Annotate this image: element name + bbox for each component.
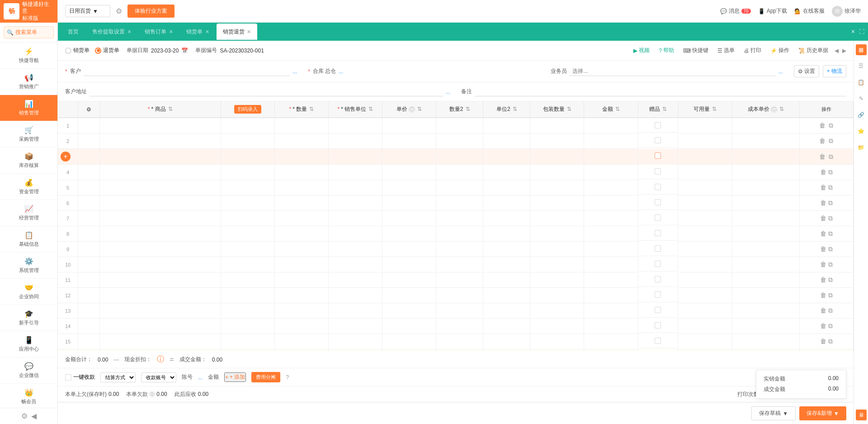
gift-cb-3[interactable] [655,152,661,159]
qty-sort-icon[interactable]: ⇅ [309,106,314,112]
copy-row-5[interactable]: ⧉ [827,183,834,192]
tab-sales-return[interactable]: 销货退货 × [217,24,257,40]
sidebar-item-enterprise[interactable]: 🤝 企业协同 [0,279,57,305]
gift-cb-2[interactable] [655,137,661,143]
tab-close-sales-delivery[interactable]: × [205,28,209,35]
product-input-8[interactable] [103,231,218,237]
topbar-settings-icon[interactable]: ⚙ [116,7,122,15]
th-settings[interactable]: ⚙ [78,101,100,118]
delete-row-14[interactable]: 🗑 [819,321,827,330]
radio-delivery[interactable]: 销货单 [65,47,90,54]
daily-goods-select[interactable]: 日用百货 ▼ [65,5,110,17]
delete-row-15[interactable]: 🗑 [819,337,827,346]
copy-row-9[interactable]: ⧉ [827,244,834,254]
gift-cb-10[interactable] [655,261,661,267]
gift-cb-1[interactable] [655,122,661,129]
gift-cb-5[interactable] [655,184,661,190]
staff-input[interactable] [570,67,775,76]
sidebar-item-operations[interactable]: 📈 经营管理 [0,200,57,226]
delete-row-1[interactable]: 🗑 [818,121,826,130]
product-input-11[interactable] [103,277,218,283]
copy-row-14[interactable]: ⧉ [827,321,834,331]
tab-home[interactable]: 首页 [61,24,85,40]
unit2-sort-icon[interactable]: ⇅ [513,106,517,112]
sidebar-item-quick-nav[interactable]: ⚡ 快捷导航 [0,43,57,69]
tab-close-price-setup[interactable]: × [127,28,131,35]
settings-btn[interactable]: ⚙ 设置 [794,65,819,77]
sidebar-settings-btn[interactable]: ⚙ [21,412,28,420]
product-input-9[interactable] [103,247,218,252]
product-input-13[interactable] [103,308,218,314]
gift-cb-12[interactable] [655,291,661,298]
one-click-payment-cb[interactable]: 一键收款 [65,373,95,381]
pack-sort-icon[interactable]: ⇅ [567,106,571,112]
product-input-12[interactable] [103,293,218,298]
settlement-method-select[interactable]: 结算方式 [100,372,136,382]
copy-row-3[interactable]: ⧉ [828,152,834,162]
close-all-btn[interactable]: ✕ [851,29,855,35]
nav-next-btn[interactable]: ▶ [842,48,846,54]
help-btn[interactable]: ? 帮助 [656,45,677,56]
delete-row-4[interactable]: 🗑 [819,167,827,176]
sidebar-item-enterprise-wechat[interactable]: 💬 企业微信 [0,357,57,384]
copy-row-2[interactable]: ⧉ [828,136,834,146]
address-more-btn[interactable]: ... [446,89,450,95]
address-input[interactable] [90,87,443,96]
copy-row-6[interactable]: ⧉ [827,198,834,208]
staff-more-btn[interactable]: ... [778,68,783,75]
customer-input[interactable] [84,67,290,76]
delete-row-2[interactable]: 🗑 [818,136,826,145]
gift-cb-6[interactable] [655,199,661,205]
add-logistics-btn[interactable]: + 物流 [823,65,846,77]
screen-btn[interactable]: 🖥 [856,410,867,420]
user-info-btn[interactable]: 徐 徐泽华 [832,6,861,17]
product-input-14[interactable] [103,324,218,329]
copy-row-11[interactable]: ⧉ [827,275,834,285]
tab-close-sales-order[interactable]: × [169,28,173,35]
delete-row-7[interactable]: 🗑 [819,214,827,223]
search-menu-btn[interactable]: 🔍 搜索菜单 [4,26,54,38]
sidebar-collapse-btn[interactable]: ◀ [31,412,37,420]
remark-input[interactable] [475,87,846,96]
account-select[interactable]: 收款账号 [141,372,176,382]
gift-cb-7[interactable] [655,214,661,221]
sidebar-item-basic-info[interactable]: 📋 基础信息 [0,226,57,252]
product-input-3[interactable] [103,154,218,159]
delete-row-3[interactable]: 🗑 [818,152,826,161]
product-input-1[interactable] [103,123,218,129]
account-more-btn[interactable]: ... [198,374,203,381]
copy-row-10[interactable]: ⧉ [827,260,834,269]
gift-cb-8[interactable] [655,230,661,236]
calendar-icon[interactable]: 📅 [181,48,188,54]
warehouse-more-btn[interactable]: ... [339,68,343,75]
add-payment-btn[interactable]: + + 添加 [224,372,246,382]
cost-sort-icon[interactable]: ⇅ [779,106,784,112]
history-btn[interactable]: 📜 历史单据 [796,45,831,56]
product-input-2[interactable] [103,138,218,144]
discount-calc-icon[interactable]: ⓘ [157,355,164,364]
delete-row-8[interactable]: 🗑 [819,229,827,238]
gift-cb-13[interactable] [655,307,661,313]
price-info-icon[interactable]: ⓘ [409,106,415,113]
sidebar-item-finance[interactable]: 💰 资金管理 [0,174,57,200]
sidebar-item-purchase-mgmt[interactable]: 🛒 采购管理 [0,121,57,148]
scan-btn[interactable]: 扫码录入 [234,105,261,114]
sidebar-item-app-center[interactable]: 📱 应用中心 [0,331,57,357]
operation-btn[interactable]: ⚡ 操作 [768,45,792,56]
product-input-10[interactable] [103,262,218,267]
edit-btn[interactable]: ✎ [856,93,867,104]
th-scan[interactable]: 扫码录入 [221,101,274,118]
customer-more-btn[interactable]: ... [292,68,297,75]
product-input-5[interactable] [103,185,218,191]
amount-sort-icon[interactable]: ⇅ [615,106,620,112]
folder-btn[interactable]: 📁 [856,142,867,153]
product-input-7[interactable] [103,216,218,221]
copy-row-4[interactable]: ⧉ [827,167,834,177]
save-new-btn[interactable]: 保存&新增 ▼ [799,406,846,420]
nav-prev-btn[interactable]: ◀ [835,48,839,54]
tab-price-setup[interactable]: 售价提取设置 × [86,24,137,40]
link-btn[interactable]: 🔗 [856,110,867,120]
delete-row-10[interactable]: 🗑 [819,260,827,269]
gift-cb-14[interactable] [655,322,661,329]
sidebar-item-sales-mgmt[interactable]: 📊 销售管理 [0,95,57,121]
